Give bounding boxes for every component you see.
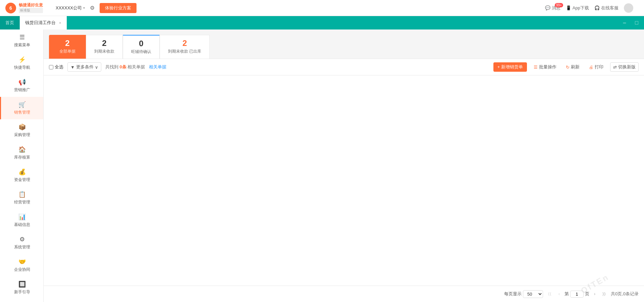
sidebar: ☰ 搜索菜单 ⚡ 快捷导航 📢 营销推广 🛒 销售管理 📦 采购管理 🏠 库存核… [0,29,44,302]
logo-icon: 6 [5,3,16,13]
stat-tab-all[interactable]: 2 全部单据 [49,35,86,59]
refresh-icon: ↻ [566,65,570,70]
stats-tabs: 2 全部单据 2 到期未收款 0 旺辅待确认 2 到期未收款 已出库 [44,29,644,59]
main-layout: ☰ 搜索菜单 ⚡ 快捷导航 📢 营销推广 🛒 销售管理 📦 采购管理 🏠 库存核… [0,29,644,302]
prev-page-button[interactable]: ‹ [555,290,563,298]
sidebar-item-finance[interactable]: 💰 资金管理 [0,164,43,187]
stat-number-overdue: 2 [102,39,106,47]
stat-number-wangwang: 0 [139,40,143,48]
online-service-label: 在线客服 [601,5,619,11]
company-name: XXXXXX公司 [56,5,82,11]
stat-number-all: 2 [65,39,69,47]
page-label: 第 [565,291,569,297]
operations-icon: 📋 [18,191,26,198]
refresh-button[interactable]: ↻ 刷新 [563,63,582,71]
content-area: 2 全部单据 2 到期未收款 0 旺辅待确认 2 到期未收款 已出库 [44,29,644,302]
chevron-down-icon: ▾ [83,6,85,10]
sidebar-item-sales[interactable]: 🛒 销售管理 [0,97,43,119]
service-icon: 🎧 [594,5,600,10]
minimize-btn[interactable]: – [620,18,629,27]
company-selector[interactable]: XXXXXX公司 ▾ [56,5,85,11]
app-download-icon: 📱 [566,5,571,10]
workbench-tab[interactable]: 钱货日清工作台 × [20,16,67,29]
page-suffix: 页 [585,291,589,297]
app-download-label: App下载 [573,5,589,11]
batch-icon: ☰ [534,65,538,70]
switch-version-button[interactable]: ⇄ 切换新版 [610,62,639,72]
toolbar-left: 全选 ▼ 更多条件 ∨ 共找到 0条 相关单据 相关单据 [49,62,166,72]
toolbar-right: + 新增销货单 ☰ 批量操作 ↻ 刷新 🖨 打印 [493,62,639,72]
purchase-icon: 📦 [18,123,26,131]
batch-operation-button[interactable]: ☰ 批量操作 [531,63,559,71]
sidebar-item-marketing[interactable]: 📢 营销推广 [0,74,43,97]
home-tab[interactable]: 首页 [0,16,20,29]
stat-tab-wangwang[interactable]: 0 旺辅待确认 [123,35,160,59]
top-header: 6 畅捷通好生意 标准版 XXXXXX公司 ▾ ⚙ 体验行业方案 💬 消息 99… [0,0,644,16]
per-page-label: 每页显示 [504,291,522,297]
user-avatar[interactable] [624,3,633,13]
toolbar: 全选 ▼ 更多条件 ∨ 共找到 0条 相关单据 相关单据 [44,59,644,75]
select-all-checkbox[interactable]: 全选 [49,64,63,70]
select-all-input[interactable] [49,65,53,69]
nav-tab-right: – □ [617,16,644,29]
finance-icon: 💰 [18,168,26,176]
filter-chevron-icon: ∨ [95,65,98,70]
last-page-button[interactable]: ⟩⟩ [600,290,608,298]
stat-tab-overdue[interactable]: 2 到期未收款 [86,35,123,59]
message-action[interactable]: 💬 消息 99+ [545,5,560,11]
per-page-select[interactable]: 10 20 50 100 [523,290,543,298]
sales-icon: 🛒 [18,101,26,108]
stat-label-all: 全部单据 [59,49,75,54]
message-badge: 99+ [555,3,563,7]
sidebar-item-base-info[interactable]: 📊 基础信息 [0,209,43,232]
app-download-action[interactable]: 📱 App下载 [566,5,589,11]
maximize-btn[interactable]: □ [632,18,641,27]
logo-area: 6 畅捷通好生意 标准版 [5,3,49,13]
related-docs-link[interactable]: 相关单据 [149,64,166,70]
sidebar-item-coop[interactable]: 🤝 企业协同 [0,254,43,277]
sidebar-item-guide[interactable]: 🔲 新手引导 [0,277,43,299]
sidebar-item-app-center[interactable]: 🧩 应用中心 [0,299,43,302]
first-page-button[interactable]: ⟨⟨ [546,290,554,298]
message-icon: 💬 [545,5,550,10]
tab-close-icon[interactable]: × [59,21,61,25]
trial-button[interactable]: 体验行业方案 [100,3,137,13]
stat-number-unshipped: 2 [182,39,187,47]
edition-badge: 标准版 [19,8,43,13]
header-center: XXXXXX公司 ▾ ⚙ 体验行业方案 [49,3,545,13]
system-icon: ⚙ [19,236,25,243]
sidebar-item-search-menu[interactable]: ☰ 搜索菜单 [0,29,43,52]
table-area [44,75,644,286]
search-menu-icon: ☰ [19,34,25,41]
sidebar-item-inventory[interactable]: 🏠 库存核算 [0,142,43,164]
sidebar-item-system[interactable]: ⚙ 系统管理 [0,232,43,254]
base-info-icon: 📊 [18,213,26,221]
quick-nav-icon: ⚡ [18,56,26,63]
found-text: 共找到 0条 相关单据 [105,64,145,70]
add-sales-order-button[interactable]: + 新增销货单 [493,62,527,72]
sidebar-item-purchase[interactable]: 📦 采购管理 [0,119,43,142]
total-text: 共0页,0条记录 [611,291,639,297]
page-size-selector: 每页显示 10 20 50 100 [504,290,543,298]
filter-button[interactable]: ▼ 更多条件 ∨ [67,62,101,72]
stat-tab-overdue-unshipped[interactable]: 2 到期未收款 已出库 [160,35,210,59]
coop-icon: 🤝 [18,258,26,265]
stat-label-overdue: 到期未收款 [94,49,114,54]
print-button[interactable]: 🖨 打印 [586,63,606,71]
pagination: 每页显示 10 20 50 100 ⟨⟨ ‹ 第 页 [44,286,644,302]
stat-label-wangwang: 旺辅待确认 [131,49,151,55]
stats-and-content: 2 全部单据 2 到期未收款 0 旺辅待确认 2 到期未收款 已出库 [44,29,644,302]
sidebar-item-quick-nav[interactable]: ⚡ 快捷导航 [0,52,43,74]
inventory-icon: 🏠 [18,146,26,153]
next-page-button[interactable]: › [591,290,599,298]
sidebar-item-operations[interactable]: 📋 经营管理 [0,187,43,209]
page-nav: ⟨⟨ ‹ 第 页 › ⟩⟩ [546,290,608,298]
guide-icon: 🔲 [18,281,26,288]
header-right: 💬 消息 99+ 📱 App下载 🎧 在线客服 [545,3,639,13]
online-service-action[interactable]: 🎧 在线客服 [594,5,619,11]
page-input[interactable] [570,291,584,298]
settings-icon[interactable]: ⚙ [88,3,97,13]
content-wrapper: 全选 ▼ 更多条件 ∨ 共找到 0条 相关单据 相关单据 [44,59,644,302]
nav-tabs: 首页 钱货日清工作台 × – □ [0,16,644,29]
switch-icon: ⇄ [613,65,617,70]
